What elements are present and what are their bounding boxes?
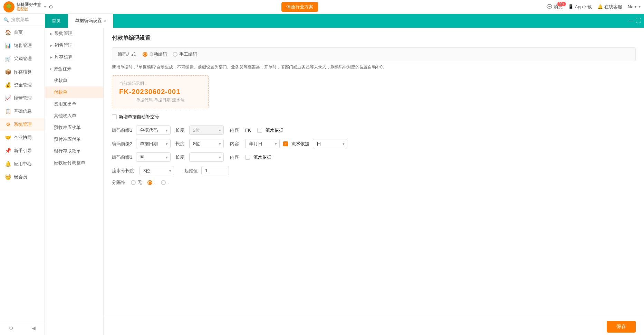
prefix2-stream-text: 流水依据	[291, 141, 309, 147]
tab-home[interactable]: 首页	[45, 14, 68, 28]
sub-group-purchase-header[interactable]: ▶ 采购管理	[45, 28, 103, 39]
prefix1-select[interactable]: 单据代码 单据日期 空	[136, 125, 171, 135]
prefix2-length-select[interactable]: 8位	[189, 139, 224, 148]
prefix1-length-label: 长度	[175, 127, 184, 133]
sidebar-item-inventory[interactable]: 📦 库存核算	[0, 65, 45, 78]
manual-code-label: 手工编码	[179, 51, 197, 57]
sidebar-item-label: 新手引导	[14, 148, 32, 154]
app-download-button[interactable]: 📱 App下载	[568, 4, 592, 10]
sidebar-item-home[interactable]: 🏠 首页	[0, 26, 45, 39]
sidebar-search[interactable]: 🔍 搜索菜单	[0, 14, 45, 26]
prefix1-length-select[interactable]: 2位	[189, 125, 224, 135]
industry-solution-button[interactable]: 体验行业方案	[281, 2, 318, 12]
sep-none-radio[interactable]: 无	[131, 179, 142, 186]
app-center-icon: 🔔	[5, 161, 11, 167]
sidebar-item-fund[interactable]: 💰 资金管理	[0, 78, 45, 92]
top-bar-center: 体验行业方案	[281, 2, 318, 12]
example-code: FK-20230602-001	[119, 88, 201, 96]
user-menu[interactable]: Nare ▾	[628, 4, 641, 9]
sales-icon: 📊	[5, 43, 11, 49]
auto-fill-checkbox[interactable]	[112, 114, 117, 119]
sidebar-bottom: ⚙ ◀	[0, 321, 45, 335]
search-label: 搜索菜单	[11, 17, 29, 23]
dropdown-arrow[interactable]: ▾	[44, 5, 46, 9]
message-button[interactable]: 💬 消息 99+	[547, 4, 563, 10]
auto-code-radio-inner	[144, 53, 146, 56]
tab-bar: 首页 单据编码设置 × — ⛶	[45, 14, 644, 28]
prefix2-length-label: 长度	[175, 141, 184, 147]
serial-length-label: 流水号长度	[112, 168, 136, 174]
tab-active[interactable]: 单据编码设置 ×	[68, 14, 113, 28]
page-content: 付款单编码设置 编码方式 自动编码	[104, 28, 644, 318]
tab-close-button[interactable]: ×	[104, 19, 106, 23]
prefix1-label: 编码前缀1	[112, 127, 133, 133]
message-icon: 💬	[547, 4, 552, 9]
prefix3-length-select[interactable]	[189, 152, 224, 162]
sub-item-prepay-recv[interactable]: 预收冲应收单	[45, 122, 103, 133]
start-value-input[interactable]	[201, 166, 229, 175]
sub-group-inventory-header[interactable]: ▶ 库存核算	[45, 51, 103, 63]
prefix3-stream-text: 流水依据	[253, 154, 271, 160]
sub-group-fund-header[interactable]: ▾ 资金往来	[45, 63, 103, 75]
sidebar-settings-button[interactable]: ⚙	[6, 324, 16, 332]
prefix2-day-select-wrapper: 日 月 年	[313, 139, 347, 148]
home-tab-label: 首页	[52, 18, 61, 24]
sub-sidebar: ▶ 采购管理 ▶ 销售管理 ▶ 库存核算	[45, 28, 104, 335]
prefix3-stream-checkbox[interactable]	[245, 155, 250, 160]
sidebar-item-app-center[interactable]: 🔔 应用中心	[0, 157, 45, 170]
content-area: 首页 单据编码设置 × — ⛶ ▶ 采购管理	[45, 14, 644, 335]
coding-method-label: 编码方式	[118, 51, 136, 57]
sub-group-purchase: ▶ 采购管理	[45, 28, 103, 39]
sidebar-collapse-button[interactable]: ◀	[29, 324, 38, 332]
prefix1-stream-checkbox[interactable]	[257, 128, 262, 133]
member-icon: 👑	[5, 174, 11, 180]
auto-code-radio[interactable]: 自动编码	[143, 51, 167, 57]
app-logo: 🍀 畅捷通好生意 搭配版	[3, 1, 41, 12]
sidebar-item-label: 基础信息	[14, 108, 32, 114]
coding-method-radio-group: 自动编码 手工编码	[143, 51, 197, 57]
enterprise-icon: 🤝	[5, 134, 11, 141]
sidebar-item-enterprise[interactable]: 🤝 企业协同	[0, 131, 45, 144]
guide-icon: 📌	[5, 148, 11, 154]
sub-item-ar-adjust[interactable]: 应收应付调整单	[45, 157, 103, 169]
prefix2-stream-checkbox[interactable]: ✓	[283, 141, 288, 146]
sub-item-expense[interactable]: 费用支出单	[45, 98, 103, 110]
prefix3-label: 编码前缀3	[112, 154, 133, 160]
fund-icon: 💰	[5, 82, 11, 88]
prefix2-day-select[interactable]: 日 月 年	[313, 139, 347, 148]
sidebar-item-guide[interactable]: 📌 新手引导	[0, 144, 45, 157]
sidebar-item-basic[interactable]: 📋 基础信息	[0, 105, 45, 118]
online-service-button[interactable]: 🔔 在线客服	[597, 4, 622, 10]
serial-length-select[interactable]: 3位 4位 5位	[140, 166, 174, 175]
page-title: 付款单编码设置	[112, 35, 636, 42]
sub-group-label: 库存核算	[55, 54, 73, 60]
sub-item-payment[interactable]: 付款单	[45, 86, 103, 98]
sidebar-item-system[interactable]: ⚙ 系统管理	[0, 118, 45, 131]
tab-actions: — ⛶	[625, 14, 644, 28]
settings-icon[interactable]: ⚙	[49, 4, 53, 10]
prefix2-select[interactable]: 单据代码 单据日期 空	[136, 139, 171, 148]
manual-code-radio[interactable]: 手工编码	[173, 51, 197, 57]
sep-dash-radio[interactable]: -	[147, 180, 155, 185]
sep-other-radio[interactable]: ·	[161, 180, 169, 185]
sidebar-item-label: 库存核算	[14, 69, 32, 75]
prefix3-select[interactable]: 空 单据代码 单据日期	[136, 152, 171, 162]
sub-item-bank-deposit[interactable]: 银行存取款单	[45, 145, 103, 157]
prefix2-select-wrapper: 单据代码 单据日期 空	[136, 139, 171, 148]
sub-item-prepay-pay[interactable]: 预付冲应付单	[45, 133, 103, 145]
sep-other-circle	[161, 180, 166, 185]
window-minimize-button[interactable]: —	[628, 18, 634, 24]
sidebar-item-label: 企业协同	[14, 134, 32, 141]
sidebar-item-purchase[interactable]: 🛒 采购管理	[0, 52, 45, 65]
sidebar-item-sales[interactable]: 📊 销售管理	[0, 39, 45, 52]
sidebar-item-operation[interactable]: 📈 经营管理	[0, 92, 45, 105]
sub-group-sales-header[interactable]: ▶ 销售管理	[45, 39, 103, 51]
sub-item-other-income[interactable]: 其他收入单	[45, 110, 103, 122]
sidebar-item-member[interactable]: 👑 畅会员	[0, 170, 45, 184]
save-button[interactable]: 保存	[607, 321, 636, 333]
sidebar-item-label: 畅会员	[14, 174, 27, 180]
app-download-icon: 📱	[568, 4, 574, 9]
prefix2-content-select[interactable]: 年月日 年月 年	[245, 139, 280, 148]
sub-item-receipt[interactable]: 收款单	[45, 75, 103, 86]
window-maximize-button[interactable]: ⛶	[636, 18, 641, 24]
